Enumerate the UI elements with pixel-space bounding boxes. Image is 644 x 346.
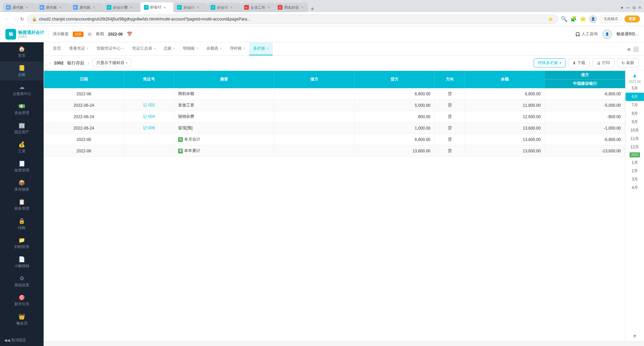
update-button[interactable]: 更新 bbox=[625, 15, 640, 22]
sidebar-item-payroll[interactable]: 💰 工资 bbox=[0, 138, 44, 157]
tab-close-detail[interactable]: × bbox=[196, 47, 198, 50]
url-bar[interactable]: 🔒 cloud2.chanjet.com/accounting/uh26t264… bbox=[27, 14, 558, 24]
sidebar-item-expense[interactable]: 📄 小畅报销 bbox=[0, 253, 44, 272]
tab-close-2[interactable]: × bbox=[59, 5, 61, 9]
forward-button[interactable]: → bbox=[12, 16, 17, 22]
voucher-link-002[interactable]: 记-002 bbox=[143, 103, 155, 107]
user-avatar[interactable]: 👤 bbox=[602, 30, 612, 39]
tab-voucher[interactable]: 查看凭证 × bbox=[65, 42, 93, 55]
reports-icon: ☁ bbox=[19, 84, 24, 90]
tab-multicolumn[interactable]: 多栏账 × bbox=[249, 42, 273, 55]
close-icon[interactable]: × bbox=[638, 5, 641, 11]
tab-home[interactable]: 首页 bbox=[49, 42, 65, 55]
browser-tab-1[interactable]: 帐 易代账 × bbox=[3, 3, 36, 12]
incognito-mode-button[interactable]: 无痕模式 bbox=[600, 15, 622, 23]
refresh-button[interactable]: ↻ 刷新 bbox=[617, 58, 639, 67]
cal-month-sep[interactable]: 9月 bbox=[626, 118, 644, 126]
tab-list-icon[interactable]: ▾ bbox=[621, 5, 623, 10]
new-tab-button[interactable]: + bbox=[308, 6, 317, 12]
tab-close-multi[interactable]: × bbox=[267, 47, 269, 50]
bookmark-icon[interactable]: ⭐ bbox=[580, 16, 586, 22]
browser-tab-5-active[interactable]: 计 好会计 × bbox=[140, 2, 174, 12]
browser-tab-3[interactable]: 帐 易代账 × bbox=[70, 3, 103, 12]
special-multicolumn-button[interactable]: 特殊多栏账 ▾ bbox=[534, 58, 566, 67]
tab-close-9[interactable]: × bbox=[301, 5, 303, 9]
cal-month-jul[interactable]: 7月 bbox=[626, 101, 644, 109]
sidebar-item-reports[interactable]: ☁ 云报表中心 bbox=[0, 81, 44, 100]
tab-close-4[interactable]: × bbox=[130, 5, 132, 9]
sidebar-item-guide[interactable]: 🎯 新手引导 bbox=[0, 291, 44, 310]
account-name: 银行存款 bbox=[67, 60, 85, 66]
cal-month-mar[interactable]: 3月 bbox=[626, 175, 644, 184]
assets-icon: 🏢 bbox=[18, 122, 25, 129]
cal-month-nov[interactable]: 11月 bbox=[626, 135, 644, 143]
tab-close-1[interactable]: × bbox=[26, 5, 28, 9]
tab-close-8[interactable]: × bbox=[268, 5, 270, 9]
calendar-scroll-down[interactable]: ▼ bbox=[632, 333, 638, 340]
cal-month-feb[interactable]: 2月 bbox=[626, 167, 644, 175]
browser-tab-6[interactable]: 计 好会计 × bbox=[174, 3, 207, 12]
tab-close-6[interactable]: × bbox=[197, 5, 199, 9]
browser-tab-8[interactable]: C 企业工作 × bbox=[241, 3, 274, 12]
sidebar-item-home[interactable]: 🏠 首页 bbox=[0, 42, 44, 61]
sidebar-item-inventory[interactable]: 📦 库存核算 bbox=[0, 176, 44, 195]
back-button[interactable]: ← bbox=[4, 16, 9, 22]
voucher-link-004[interactable]: 记-004 bbox=[143, 114, 155, 119]
tab-close-balance[interactable]: × bbox=[220, 47, 222, 50]
tab-close-smart[interactable]: × bbox=[122, 47, 124, 50]
cal-month-dec[interactable]: 12月 bbox=[626, 143, 644, 151]
tab-close-7[interactable]: × bbox=[230, 5, 232, 9]
restore-icon[interactable]: ⧉ bbox=[633, 5, 636, 10]
cal-month-may[interactable]: 5月 bbox=[626, 84, 644, 93]
tab-close-general[interactable]: × bbox=[173, 47, 175, 50]
calendar-icon[interactable]: 📅 bbox=[127, 32, 132, 37]
tab-close-5[interactable]: × bbox=[164, 5, 166, 9]
tab-close-seq[interactable]: × bbox=[243, 47, 245, 50]
tab-smart-voucher[interactable]: 智能凭证中心 × bbox=[93, 42, 128, 55]
collapse-panel-icon[interactable]: ◀ bbox=[627, 46, 630, 52]
consult-button[interactable]: 🎧 人工咨询 bbox=[575, 31, 598, 37]
sidebar-item-invoice[interactable]: 🧾 发票管理 bbox=[0, 157, 44, 176]
sidebar-pin-button[interactable]: ◀◀ 取消固定 bbox=[0, 334, 44, 346]
settings-icon[interactable]: ⚙ bbox=[88, 32, 92, 37]
browser-tab-4[interactable]: 计 好会计费 × bbox=[103, 3, 140, 12]
cal-month-jan[interactable]: 1月 bbox=[626, 158, 644, 167]
sidebar-item-tax[interactable]: 📋 税务管理 bbox=[0, 195, 44, 214]
tab-close-3[interactable]: × bbox=[93, 5, 95, 9]
prev-account-button[interactable]: ‹ bbox=[49, 60, 51, 66]
sidebar-item-ledger[interactable]: 📒 总账 bbox=[0, 61, 44, 81]
print-button[interactable]: 🖨 打印 bbox=[592, 58, 614, 67]
horizontal-scrollbar[interactable] bbox=[44, 341, 644, 346]
next-account-button[interactable]: › bbox=[88, 60, 90, 66]
sidebar-item-closing[interactable]: 🔒 结账 bbox=[0, 214, 44, 234]
cal-month-oct[interactable]: 10月 bbox=[626, 126, 644, 135]
browser-tab-9[interactable]: 友 用友好业 × bbox=[274, 3, 308, 12]
sidebar-item-archive[interactable]: 📁 归档管理 bbox=[0, 234, 44, 253]
cal-month-jun-active[interactable]: 6月 bbox=[626, 93, 644, 101]
tab-general-ledger[interactable]: 总账 × bbox=[160, 42, 179, 55]
sidebar-item-fund[interactable]: 💵 资金管理 bbox=[0, 100, 44, 119]
tab-voucher-summary[interactable]: 凭证汇总表 × bbox=[128, 42, 160, 55]
sidebar-item-assets[interactable]: 🏢 固定资产 bbox=[0, 119, 44, 138]
search-icon[interactable]: 🔍 bbox=[561, 16, 568, 22]
sidebar-item-member[interactable]: 👑 畅会员 bbox=[0, 310, 44, 329]
browser-tab-7[interactable]: 计 好会计 × bbox=[207, 3, 241, 12]
tab-close-voucher[interactable]: × bbox=[87, 47, 89, 50]
calendar-scroll-up[interactable]: ▲ bbox=[632, 72, 638, 79]
voucher-link-006[interactable]: 记-006 bbox=[143, 126, 155, 130]
filter-dropdown[interactable]: 只显示下级科目 ▾ bbox=[93, 59, 131, 67]
extensions-icon[interactable]: 🧩 bbox=[570, 16, 577, 22]
tab-close-summary[interactable]: × bbox=[154, 47, 156, 50]
refresh-button[interactable]: ↻ bbox=[20, 16, 24, 22]
download-button[interactable]: ⬇ 下载 bbox=[568, 58, 590, 67]
tab-sequence[interactable]: 序时账 × bbox=[226, 42, 249, 55]
cal-month-apr[interactable]: 4月 bbox=[626, 184, 644, 192]
expand-panel-icon[interactable]: ⬜ bbox=[633, 46, 639, 52]
sidebar-item-settings[interactable]: ⚙ 基础设置 bbox=[0, 272, 44, 291]
minimize-icon[interactable]: ─ bbox=[626, 5, 630, 11]
tab-detail-ledger[interactable]: 明细账 × bbox=[179, 42, 202, 55]
cal-month-aug[interactable]: 8月 bbox=[626, 109, 644, 118]
browser-tab-2[interactable]: 帐 易代账 × bbox=[36, 3, 70, 12]
tab-balance[interactable]: 余额表 × bbox=[202, 42, 226, 55]
profile-icon[interactable]: 👤 bbox=[589, 15, 597, 23]
